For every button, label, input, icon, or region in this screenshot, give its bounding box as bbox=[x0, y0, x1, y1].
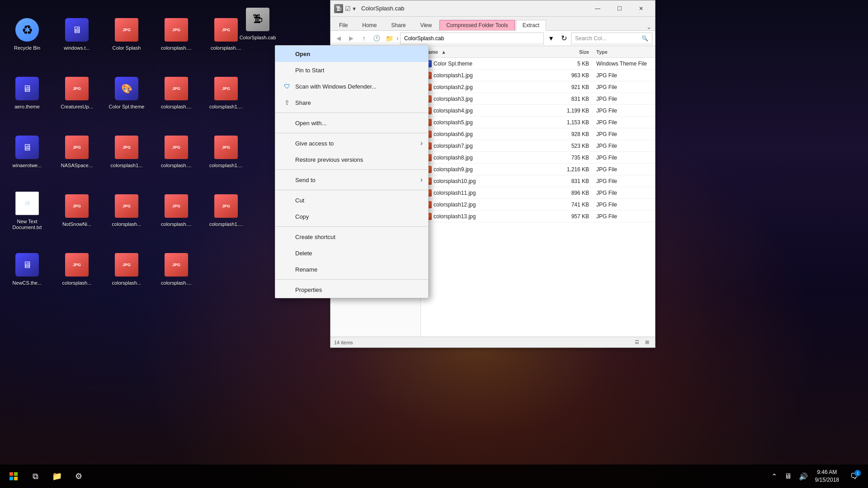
table-row[interactable]: J colorsplash8.jpg 735 KB JPG File bbox=[421, 152, 655, 164]
table-row[interactable]: J colorsplash11.jpg 896 KB JPG File bbox=[421, 187, 655, 199]
action-center-button[interactable]: 🗨 1 bbox=[844, 466, 864, 486]
network-icon[interactable]: 🖥 bbox=[783, 472, 793, 480]
desktop-icon-colorsplash-1[interactable]: JPG colorsplash.... bbox=[154, 5, 199, 63]
desktop-icon-color-splash[interactable]: JPG Color Splash bbox=[104, 5, 149, 63]
context-menu-item-restore[interactable]: Restore previous versions bbox=[275, 151, 428, 168]
jpg-icon-6: JPG bbox=[115, 136, 138, 159]
volume-icon[interactable]: 🔊 bbox=[797, 472, 810, 481]
table-row[interactable]: J colorsplash5.jpg 1,153 KB JPG File bbox=[421, 117, 655, 128]
desktop-icon-colorsplash-9[interactable]: JPG colorsplash.... bbox=[154, 181, 199, 239]
desktop-icon-colorsplash-8[interactable]: JPG colorsplash... bbox=[104, 181, 149, 239]
context-menu-item-open-with[interactable]: Open with... bbox=[275, 115, 428, 131]
desktop-icon-nasaspace[interactable]: JPG NASASpace... bbox=[54, 122, 99, 181]
table-row[interactable]: J colorsplash9.jpg 1,216 KB JPG File bbox=[421, 164, 655, 175]
search-box[interactable]: Search Col... 🔍 bbox=[571, 33, 652, 44]
close-button[interactable]: ✕ bbox=[631, 2, 651, 15]
file-name-cell: J colorsplash4.jpg bbox=[421, 107, 547, 114]
desktop-icon-newcs-theme[interactable]: 🖥 NewCS.the... bbox=[5, 239, 50, 298]
large-icons-view-button[interactable]: ⊞ bbox=[642, 338, 651, 347]
file-size-cell: 957 KB bbox=[547, 213, 593, 220]
context-menu-item-give-access[interactable]: Give access to bbox=[275, 135, 428, 151]
address-path-input[interactable]: ColorSplash.cab bbox=[400, 33, 544, 44]
desktop-icon-colorsplash-7[interactable]: JPG colorsplash1.... bbox=[203, 122, 249, 181]
desktop-icon-colorsplash-13[interactable]: JPG colorsplash.... bbox=[154, 239, 199, 298]
separator-6 bbox=[275, 279, 428, 280]
context-menu-item-copy[interactable]: Copy bbox=[275, 208, 428, 225]
ribbon-expand-icon[interactable]: ⌄ bbox=[646, 23, 651, 30]
tab-compressed-folder-tools[interactable]: Compressed Folder Tools bbox=[439, 20, 515, 30]
file-explorer-taskbar-button[interactable]: 📁 bbox=[47, 466, 67, 486]
recent-locations-button[interactable]: 🕐 bbox=[371, 33, 382, 44]
tab-home[interactable]: Home bbox=[355, 20, 383, 30]
table-row[interactable]: J colorsplash4.jpg 1,199 KB JPG File bbox=[421, 105, 655, 117]
table-row[interactable]: J colorsplash7.jpg 523 KB JPG File bbox=[421, 140, 655, 152]
table-row[interactable]: J colorsplash3.jpg 831 KB JPG File bbox=[421, 93, 655, 105]
address-dropdown-button[interactable]: ▾ bbox=[546, 33, 557, 44]
desktop-icon-colorspl-theme[interactable]: 🎨 Color Spl.theme bbox=[104, 63, 149, 122]
desktop-icon-colorsplash-11[interactable]: JPG colorsplash... bbox=[54, 239, 99, 298]
desktop-icon-notsnowni[interactable]: JPG NotSnowNi... bbox=[54, 181, 99, 239]
clock-date: 9/15/2018 bbox=[815, 476, 839, 484]
desktop-icon-colorsplash-5[interactable]: JPG colorsplash1... bbox=[104, 122, 149, 181]
desktop-icon-colorsplash-4[interactable]: JPG colorsplash1.... bbox=[203, 63, 249, 122]
table-row[interactable]: J colorsplash6.jpg 928 KB JPG File bbox=[421, 128, 655, 140]
desktop-icon-creatures[interactable]: JPG CreaturesUp... bbox=[54, 63, 99, 122]
desktop-icon-cab[interactable]: 🗜 ColorSplash.cab bbox=[235, 4, 280, 43]
desktop-icon-colorsplash-3[interactable]: JPG colorsplash.... bbox=[154, 63, 199, 122]
header-name[interactable]: Name ▲ bbox=[421, 49, 547, 55]
context-menu-item-open[interactable]: Open bbox=[275, 46, 428, 62]
table-row[interactable]: T Color Spl.theme 5 KB Windows Theme Fil… bbox=[421, 58, 655, 70]
file-size-cell: 5 KB bbox=[547, 61, 593, 67]
file-size-cell: 928 KB bbox=[547, 131, 593, 137]
context-menu-item-delete[interactable]: Delete bbox=[275, 245, 428, 261]
details-view-button[interactable]: ☰ bbox=[632, 338, 642, 347]
file-type-cell: JPG File bbox=[593, 213, 655, 220]
maximize-button[interactable]: ☐ bbox=[609, 2, 630, 15]
table-row[interactable]: J colorsplash1.jpg 963 KB JPG File bbox=[421, 70, 655, 81]
tab-extract[interactable]: Extract bbox=[516, 20, 546, 31]
context-menu-item-create-shortcut[interactable]: Create shortcut bbox=[275, 229, 428, 245]
desktop-icon-aero-theme[interactable]: 🖥 aero.theme bbox=[5, 63, 50, 122]
context-menu-item-properties[interactable]: Properties bbox=[275, 282, 428, 298]
desktop-icon-colorsplash-6[interactable]: JPG colorsplash.... bbox=[154, 122, 199, 181]
header-type[interactable]: Type bbox=[593, 49, 655, 55]
tab-share[interactable]: Share bbox=[384, 20, 412, 30]
context-menu-item-pin-start[interactable]: Pin to Start bbox=[275, 62, 428, 78]
table-row[interactable]: J colorsplash12.jpg 741 KB JPG File bbox=[421, 199, 655, 211]
ribbon-tabs: File Home Share View Compressed Folder T… bbox=[330, 17, 655, 30]
context-menu-item-scan[interactable]: 🛡 Scan with Windows Defender... bbox=[275, 78, 428, 94]
task-view-button[interactable]: ⧉ bbox=[25, 466, 45, 486]
context-menu-item-cut[interactable]: Cut bbox=[275, 192, 428, 208]
jpg-icon-4: JPG bbox=[165, 77, 188, 100]
settings-taskbar-button[interactable]: ⚙ bbox=[69, 466, 89, 486]
forward-button[interactable]: ▶ bbox=[346, 33, 357, 44]
tab-view[interactable]: View bbox=[413, 20, 439, 30]
table-row[interactable]: J colorsplash13.jpg 957 KB JPG File bbox=[421, 211, 655, 222]
desktop-icon-recycle-bin[interactable]: ♻ Recycle Bin bbox=[5, 5, 50, 63]
desktop-icon-colorsplash-10[interactable]: JPG colorsplash1.... bbox=[203, 181, 249, 239]
context-menu-item-send-to[interactable]: Send to bbox=[275, 172, 428, 188]
tray-up-arrow-icon[interactable]: ⌃ bbox=[769, 472, 779, 481]
desktop-icon-new-text[interactable]: 📄 New Text Document.txt bbox=[5, 181, 50, 239]
taskbar-clock[interactable]: 9:46 AM 9/15/2018 bbox=[811, 469, 843, 484]
header-size[interactable]: Size bbox=[547, 49, 593, 55]
desktop-icon-winaerotwe[interactable]: 🖥 winaerotwe... bbox=[5, 122, 50, 181]
file-type-cell: JPG File bbox=[593, 143, 655, 149]
file-name-cell: J colorsplash12.jpg bbox=[421, 201, 547, 208]
table-row[interactable]: J colorsplash2.jpg 921 KB JPG File bbox=[421, 81, 655, 93]
desktop-icon-colorsplash-12[interactable]: JPG colorsplash... bbox=[104, 239, 149, 298]
file-size-cell: 963 KB bbox=[547, 72, 593, 79]
tab-file[interactable]: File bbox=[332, 20, 354, 30]
file-name-cell: J colorsplash6.jpg bbox=[421, 131, 547, 138]
desktop-icon-windows-theme[interactable]: 🖥 windows.t... bbox=[54, 5, 99, 63]
context-menu-item-rename[interactable]: Rename bbox=[275, 261, 428, 277]
settings-icon: ⚙ bbox=[75, 471, 82, 481]
back-button[interactable]: ◀ bbox=[333, 33, 344, 44]
up-button[interactable]: ↑ bbox=[359, 33, 369, 44]
table-row[interactable]: J colorsplash10.jpg 831 KB JPG File bbox=[421, 175, 655, 187]
refresh-button[interactable]: ↻ bbox=[558, 33, 569, 44]
start-button[interactable] bbox=[4, 466, 24, 486]
file-type-cell: JPG File bbox=[593, 119, 655, 126]
context-menu-item-share[interactable]: ⇧ Share bbox=[275, 94, 428, 111]
minimize-button[interactable]: — bbox=[587, 2, 608, 15]
